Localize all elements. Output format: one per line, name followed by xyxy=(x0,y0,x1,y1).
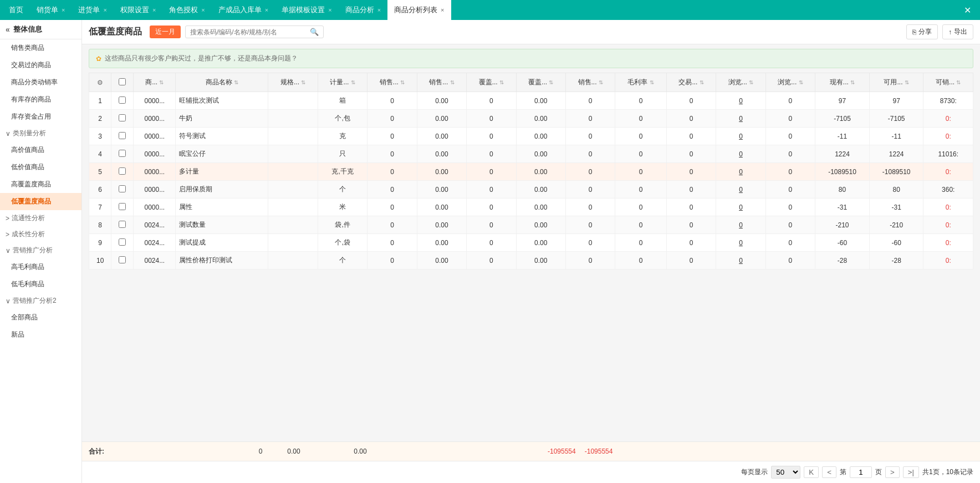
row-select-checkbox[interactable] xyxy=(119,132,126,139)
row-trade: 0 xyxy=(666,145,716,163)
info-icon: ✿ xyxy=(96,55,101,63)
prev-page-button[interactable]: < xyxy=(822,466,836,478)
sidebar-item-high-margin[interactable]: 高毛利商品 xyxy=(0,258,81,276)
sidebar-section-growth-analysis[interactable]: >成长性分析 xyxy=(0,226,81,242)
row-select-checkbox[interactable] xyxy=(119,238,126,246)
row-select-checkbox[interactable] xyxy=(119,221,126,228)
sidebar-header-label: 整体信息 xyxy=(13,24,42,34)
row-browse1[interactable]: 0 xyxy=(716,234,765,252)
row-checkbox xyxy=(111,181,134,199)
page-title: 低覆盖度商品 xyxy=(89,26,142,38)
nav-item-permissions[interactable]: 权限设置× xyxy=(114,0,162,20)
sidebar-item-high-coverage[interactable]: 高覆盖度商品 xyxy=(0,176,81,193)
first-page-button[interactable]: K xyxy=(804,466,819,478)
row-select-checkbox[interactable] xyxy=(119,203,126,210)
filter-button[interactable]: 近一月 xyxy=(150,26,181,38)
footer-spacer9 xyxy=(477,445,510,457)
sidebar-item-new-goods[interactable]: 新品 xyxy=(0,326,81,343)
sidebar-item-low-margin[interactable]: 低毛利商品 xyxy=(0,276,81,293)
row-number: 7 xyxy=(89,199,111,216)
sidebar-section-category-analysis[interactable]: ∨类别量分析 xyxy=(0,125,81,141)
sidebar-item-capital-occupy[interactable]: 库存资金占用 xyxy=(0,108,81,125)
row-sales-x: 0 xyxy=(566,234,615,252)
sidebar-toggle[interactable]: « xyxy=(6,25,10,34)
page-number-input[interactable] xyxy=(850,466,872,478)
nav-item-sales[interactable]: 销货单× xyxy=(30,0,72,20)
window-close-button[interactable]: ✕ xyxy=(957,5,978,16)
sidebar-item-all-goods[interactable]: 全部商品 xyxy=(0,309,81,326)
row-unit: 米 xyxy=(318,199,367,216)
row-browse1[interactable]: 0 xyxy=(716,163,765,181)
row-sellable: 0: xyxy=(923,199,973,216)
footer-spacer10 xyxy=(510,445,543,457)
row-sellable: 0: xyxy=(923,252,973,270)
sidebar-item-traded-goods[interactable]: 交易过的商品 xyxy=(0,57,81,74)
row-available: -1089510 xyxy=(869,163,923,181)
row-select-checkbox[interactable] xyxy=(119,114,126,121)
export-button[interactable]: ↑ 导出 xyxy=(942,24,973,39)
nav-close-analysis[interactable]: × xyxy=(377,7,381,13)
nav-close-roles[interactable]: × xyxy=(201,7,205,13)
nav-item-products[interactable]: 产成品入库单× xyxy=(212,0,275,20)
row-browse1[interactable]: 0 xyxy=(716,110,765,128)
row-browse1[interactable]: 0 xyxy=(716,252,765,270)
sidebar-section-profit-analysis[interactable]: >流通性分析 xyxy=(0,210,81,226)
nav-item-roles[interactable]: 角色授权× xyxy=(162,0,211,20)
row-sales-x: 0 xyxy=(566,181,615,199)
nav-close-products[interactable]: × xyxy=(265,7,268,13)
row-gross-rate: 0 xyxy=(615,92,666,110)
sidebar-item-low-coverage[interactable]: 低覆盖度商品 xyxy=(0,193,81,210)
nav-item-templates[interactable]: 单据模板设置× xyxy=(275,0,338,20)
row-current: -31 xyxy=(815,199,870,216)
nav-close-permissions[interactable]: × xyxy=(152,7,156,13)
row-select-checkbox[interactable] xyxy=(119,256,126,263)
row-browse1[interactable]: 0 xyxy=(716,199,765,216)
row-available: -31 xyxy=(869,199,923,216)
row-checkbox xyxy=(111,163,134,181)
search-input[interactable] xyxy=(190,28,310,36)
last-page-button[interactable]: >| xyxy=(903,466,919,478)
sidebar-item-low-value[interactable]: 低价值商品 xyxy=(0,159,81,176)
row-current: 1224 xyxy=(815,145,870,163)
row-cov2: 0.00 xyxy=(516,216,565,234)
nav-close-analysis-list[interactable]: × xyxy=(441,7,444,13)
row-select-checkbox[interactable] xyxy=(119,150,126,157)
row-browse2: 0 xyxy=(765,128,815,145)
sidebar-item-sales-change-rate[interactable]: 商品分类动销率 xyxy=(0,74,81,91)
row-cov2: 0.00 xyxy=(516,110,565,128)
row-available: -28 xyxy=(869,252,923,270)
nav-item-analysis-list[interactable]: 商品分析列表× xyxy=(387,0,451,20)
sidebar-item-high-value[interactable]: 高价值商品 xyxy=(0,141,81,159)
row-sales-qty: 0 xyxy=(368,110,417,128)
nav-item-analysis[interactable]: 商品分析× xyxy=(339,0,387,20)
footer-label: 合计: xyxy=(89,447,104,456)
settings-icon[interactable]: ⚙ xyxy=(97,79,103,87)
row-select-checkbox[interactable] xyxy=(119,185,126,192)
row-gross-rate: 0 xyxy=(615,145,666,163)
sidebar-section-extra-analysis[interactable]: ∨营销推广分析2 xyxy=(0,293,81,309)
row-browse1[interactable]: 0 xyxy=(716,92,765,110)
row-cov2: 0.00 xyxy=(516,234,565,252)
row-browse1[interactable]: 0 xyxy=(716,181,765,199)
row-browse1[interactable]: 0 xyxy=(716,128,765,145)
sidebar-item-has-stock[interactable]: 有库存的商品 xyxy=(0,91,81,108)
nav-close-purchase[interactable]: × xyxy=(103,7,106,13)
nav-close-sales[interactable]: × xyxy=(62,7,65,13)
row-cov1: 0 xyxy=(467,163,516,181)
row-browse1[interactable]: 0 xyxy=(716,145,765,163)
nav-item-home[interactable]: 首页 xyxy=(2,0,30,20)
row-browse1[interactable]: 0 xyxy=(716,216,765,234)
nav-item-purchase[interactable]: 进货单× xyxy=(72,0,113,20)
page-size-select[interactable]: 50 100 xyxy=(771,466,800,479)
row-select-checkbox[interactable] xyxy=(119,96,126,104)
share-button[interactable]: ⎘ 分享 xyxy=(906,24,938,39)
next-page-button[interactable]: > xyxy=(885,466,900,478)
sidebar-section-marketing-analysis[interactable]: ∨营销推广分析 xyxy=(0,242,81,258)
select-all-checkbox[interactable] xyxy=(119,78,126,85)
footer-spacer7 xyxy=(410,445,443,457)
row-select-checkbox[interactable] xyxy=(119,167,126,175)
row-sales-amt: 0.00 xyxy=(417,199,466,216)
sidebar-item-sales-goods[interactable]: 销售类商品 xyxy=(0,39,81,57)
col-settings[interactable]: ⚙ xyxy=(89,73,111,92)
nav-close-templates[interactable]: × xyxy=(328,7,331,13)
